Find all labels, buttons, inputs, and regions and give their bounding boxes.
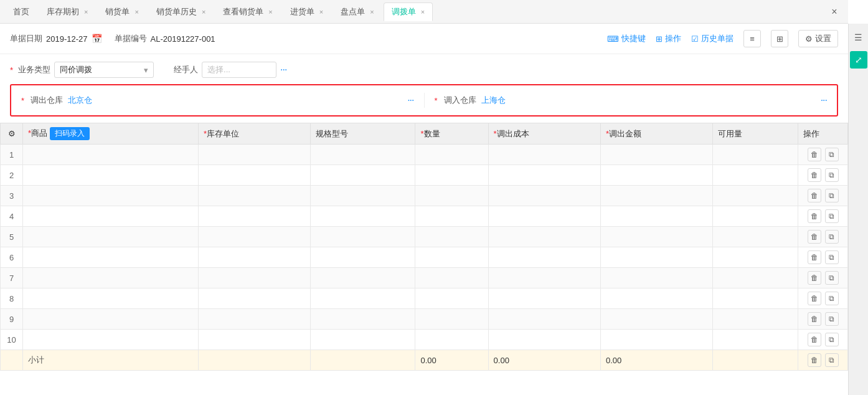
copy-icon[interactable]: ⧉ [825, 148, 839, 161]
qty-cell[interactable] [415, 330, 488, 350]
product-cell[interactable] [23, 206, 199, 227]
spec-cell[interactable] [311, 330, 415, 350]
qty-cell[interactable] [415, 268, 488, 288]
copy-icon[interactable]: ⧉ [825, 230, 839, 244]
spec-cell[interactable] [311, 247, 415, 268]
qty-cell[interactable] [415, 186, 488, 206]
calendar-icon[interactable]: 📅 [92, 34, 102, 44]
unit-cell[interactable] [198, 288, 310, 309]
sidebar-expand-icon[interactable]: ⤢ [850, 51, 867, 69]
tab-view-sales[interactable]: 查看销货单 × [215, 2, 280, 21]
tab-sales-order[interactable]: 销货单 × [97, 2, 146, 21]
copy-icon[interactable]: ⧉ [825, 168, 839, 182]
gear-icon[interactable]: ⚙ [8, 129, 16, 138]
product-cell[interactable] [23, 330, 199, 350]
tab-sales-history[interactable]: 销货单历史 × [148, 2, 214, 21]
product-cell[interactable] [23, 268, 199, 288]
tab-sales-history-close[interactable]: × [202, 8, 205, 16]
delete-icon[interactable]: 🗑 [808, 148, 821, 161]
unit-cell[interactable] [198, 309, 310, 330]
spec-cell[interactable] [311, 145, 415, 165]
delete-icon[interactable]: 🗑 [808, 168, 821, 182]
tab-inventory-init-close[interactable]: × [84, 8, 88, 16]
business-type-select[interactable]: 同价调拨 ▾ [54, 62, 154, 78]
qty-cell[interactable] [415, 309, 488, 330]
unit-cell[interactable] [198, 145, 310, 165]
amount-cell[interactable] [601, 268, 713, 288]
cost-cell[interactable] [488, 330, 600, 350]
spec-cell[interactable] [311, 186, 415, 206]
product-cell[interactable] [23, 227, 199, 247]
copy-icon[interactable]: ⧉ [825, 333, 839, 346]
delete-icon[interactable]: 🗑 [808, 250, 821, 264]
settings-button[interactable]: ⚙ 设置 [798, 30, 838, 47]
copy-icon[interactable]: ⧉ [825, 292, 839, 305]
delete-icon[interactable]: 🗑 [808, 312, 821, 326]
unit-cell[interactable] [198, 330, 310, 350]
tab-sales-order-close[interactable]: × [134, 8, 138, 16]
sidebar-list-icon[interactable]: ☰ [850, 29, 867, 46]
out-warehouse-more-icon[interactable]: ··· [407, 95, 413, 106]
tab-home[interactable]: 首页 [5, 2, 37, 21]
cost-cell[interactable] [488, 206, 600, 227]
tab-inventory-init[interactable]: 库存期初 × [39, 2, 96, 21]
in-warehouse-more-icon[interactable]: ··· [821, 95, 827, 106]
in-warehouse-value[interactable]: 上海仓 [481, 95, 506, 106]
person-select[interactable]: 选择... [202, 62, 276, 78]
copy-icon[interactable]: ⧉ [825, 189, 839, 202]
product-cell[interactable] [23, 165, 199, 186]
cost-cell[interactable] [488, 145, 600, 165]
delete-icon[interactable]: 🗑 [808, 333, 821, 346]
amount-cell[interactable] [601, 330, 713, 350]
cost-cell[interactable] [488, 247, 600, 268]
spec-cell[interactable] [311, 206, 415, 227]
delete-icon[interactable]: 🗑 [808, 230, 821, 244]
cost-cell[interactable] [488, 288, 600, 309]
window-close-button[interactable]: × [826, 3, 843, 21]
unit-cell[interactable] [198, 165, 310, 186]
tab-transfer-close[interactable]: × [421, 8, 425, 16]
tab-purchase-order[interactable]: 进货单 × [282, 2, 331, 21]
cost-cell[interactable] [488, 165, 600, 186]
cost-cell[interactable] [488, 227, 600, 247]
amount-cell[interactable] [601, 227, 713, 247]
person-more-icon[interactable]: ··· [280, 64, 286, 75]
spec-cell[interactable] [311, 227, 415, 247]
layout-grid-button[interactable]: ⊞ [771, 30, 788, 47]
cost-cell[interactable] [488, 186, 600, 206]
unit-cell[interactable] [198, 186, 310, 206]
th-settings[interactable]: ⚙ [1, 123, 23, 145]
history-button[interactable]: ☑ 历史单据 [691, 33, 734, 44]
product-cell[interactable] [23, 309, 199, 330]
copy-icon[interactable]: ⧉ [825, 250, 839, 264]
product-cell[interactable] [23, 247, 199, 268]
product-cell[interactable] [23, 288, 199, 309]
copy-icon[interactable]: ⧉ [825, 312, 839, 326]
amount-cell[interactable] [601, 309, 713, 330]
spec-cell[interactable] [311, 309, 415, 330]
delete-icon[interactable]: 🗑 [808, 292, 821, 305]
product-cell[interactable] [23, 145, 199, 165]
amount-cell[interactable] [601, 165, 713, 186]
layout-list-button[interactable]: ≡ [743, 30, 761, 47]
out-warehouse-value[interactable]: 北京仓 [68, 95, 92, 106]
qty-cell[interactable] [415, 145, 488, 165]
spec-cell[interactable] [311, 268, 415, 288]
tab-transfer[interactable]: 调拨单 × [384, 2, 433, 21]
unit-cell[interactable] [198, 247, 310, 268]
copy-icon[interactable]: ⧉ [825, 209, 839, 223]
qty-cell[interactable] [415, 206, 488, 227]
tab-view-sales-close[interactable]: × [268, 8, 272, 16]
amount-cell[interactable] [601, 288, 713, 309]
delete-icon[interactable]: 🗑 [808, 209, 821, 223]
qty-cell[interactable] [415, 288, 488, 309]
qty-cell[interactable] [415, 227, 488, 247]
shortcut-button[interactable]: ⌨ 快捷键 [607, 33, 646, 44]
product-cell[interactable] [23, 186, 199, 206]
cost-cell[interactable] [488, 309, 600, 330]
copy-icon[interactable]: ⧉ [825, 271, 839, 285]
tab-inventory-count[interactable]: 盘点单 × [333, 2, 382, 21]
amount-cell[interactable] [601, 247, 713, 268]
scan-button[interactable]: 扫码录入 [50, 127, 90, 140]
amount-cell[interactable] [601, 145, 713, 165]
